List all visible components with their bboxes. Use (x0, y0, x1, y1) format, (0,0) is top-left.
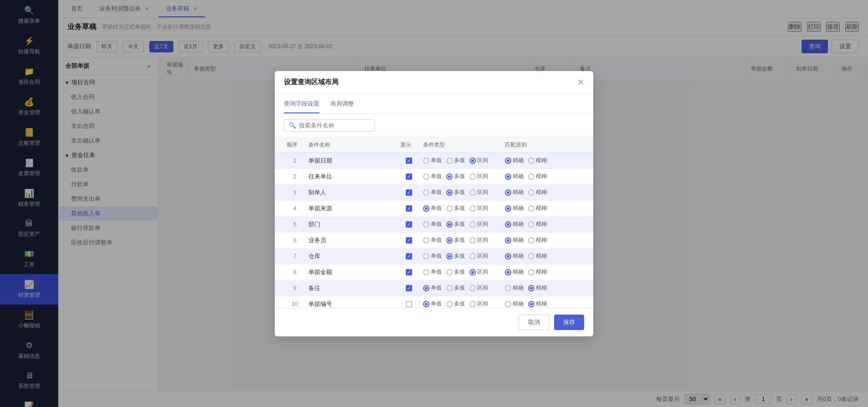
modal-close-button[interactable]: ✕ (577, 77, 584, 87)
row7-type-single[interactable]: 单值 (423, 252, 442, 260)
row1-match-exact[interactable]: 精确 (505, 157, 524, 164)
row9-match-exact[interactable]: 精确 (505, 284, 524, 292)
row8-match-exact[interactable]: 精确 (505, 268, 524, 276)
row5-type-range[interactable]: 区间 (469, 220, 488, 228)
row9-type-range[interactable]: 区间 (469, 284, 488, 292)
row2-type-single[interactable]: 单值 (423, 173, 442, 180)
row8-match-fuzzy[interactable]: 模糊 (528, 268, 547, 276)
row2-type-range[interactable]: 区间 (469, 173, 488, 180)
row4-type-range[interactable]: 区间 (469, 204, 488, 212)
row2-checkbox[interactable]: ✓ (406, 173, 412, 180)
table-row: 2 往来单位 ✓ 单值 多值 区间 (275, 169, 593, 185)
modal-tab-layout-label: 布局调整 (330, 100, 354, 107)
row10-type-single[interactable]: 单值 (423, 300, 442, 308)
row3-type-multiple[interactable]: 多值 (446, 188, 465, 196)
row5-match-exact[interactable]: 精确 (505, 220, 524, 228)
row1-type-multiple[interactable]: 多值 (446, 157, 465, 164)
row5-show[interactable]: ✓ (398, 218, 420, 231)
mth-match: 匹配原则 (502, 137, 584, 153)
row6-match-exact[interactable]: 精确 (505, 236, 524, 244)
modal-tab-layout[interactable]: 布局调整 (330, 100, 354, 113)
table-row: 4 单据来源 ✓ 单值 多值 区间 (275, 201, 593, 217)
row7-type-range[interactable]: 区间 (469, 252, 488, 260)
row8-type: 单值 多值 区间 (420, 265, 502, 280)
row2-type-multiple[interactable]: 多值 (446, 173, 465, 180)
row1-match-fuzzy[interactable]: 模糊 (528, 157, 547, 164)
row3-match-fuzzy[interactable]: 模糊 (528, 188, 547, 196)
modal-tab-field-settings[interactable]: 查询字段设置 (284, 100, 319, 113)
row7-seq: 7 (284, 249, 306, 263)
row6-type-range[interactable]: 区间 (469, 236, 488, 244)
row7-checkbox[interactable]: ✓ (406, 253, 412, 259)
row7-match-fuzzy[interactable]: 模糊 (528, 252, 547, 260)
row10-match: 精确 模糊 (502, 296, 584, 308)
row5-type-single[interactable]: 单值 (423, 220, 442, 228)
row10-match-exact[interactable]: 精确 (505, 300, 524, 308)
row8-checkbox[interactable]: ✓ (406, 269, 412, 275)
row6-type-multiple[interactable]: 多值 (446, 236, 465, 244)
row6-type-single[interactable]: 单值 (423, 236, 442, 244)
row4-match-fuzzy[interactable]: 模糊 (528, 204, 547, 212)
row5-checkbox[interactable]: ✓ (406, 221, 412, 228)
condition-search-input[interactable] (299, 122, 370, 129)
row9-show[interactable]: ✓ (398, 281, 420, 295)
row1-type-range[interactable]: 区间 (469, 157, 488, 164)
row9-checkbox[interactable]: ✓ (406, 285, 412, 291)
row5-type-multiple[interactable]: 多值 (446, 220, 465, 228)
row4-seq: 4 (284, 201, 306, 215)
row10-type: 单值 多值 区间 (420, 296, 502, 308)
row3-type-single[interactable]: 单值 (423, 188, 442, 196)
row4-type-multiple[interactable]: 多值 (446, 204, 465, 212)
table-row: 10 单据编号 单值 多值 区间 (275, 296, 593, 308)
row4-match-exact[interactable]: 精确 (505, 204, 524, 212)
row9-match: 精确 模糊 (502, 280, 584, 295)
modal-tabs: 查询字段设置 布局调整 (275, 94, 593, 114)
row4-type-single[interactable]: 单值 (423, 204, 442, 212)
row3-checkbox[interactable]: ✓ (406, 189, 412, 196)
row5-match-fuzzy[interactable]: 模糊 (528, 220, 547, 228)
modal-table-header: 顺序 条件名称 显示 条件类型 匹配原则 (275, 137, 593, 153)
row2-type: 单值 多值 区间 (420, 169, 502, 184)
row4-show[interactable]: ✓ (398, 202, 420, 215)
row7-match-exact[interactable]: 精确 (505, 252, 524, 260)
row6-show[interactable]: ✓ (398, 234, 420, 247)
row6-type: 单值 多值 区间 (420, 233, 502, 248)
row7-type-multiple[interactable]: 多值 (446, 252, 465, 260)
row10-show[interactable] (398, 297, 420, 308)
row3-name: 制单人 (306, 185, 398, 200)
row8-name: 单据金额 (306, 265, 398, 280)
row8-type-range[interactable]: 区间 (469, 268, 488, 276)
row3-type-range[interactable]: 区间 (469, 188, 488, 196)
row1-show[interactable]: ✓ (398, 154, 420, 168)
modal-overlay: 设置查询区域布局 ✕ 查询字段设置 布局调整 🔍 顺序 条件名称 显示 条件类型 (0, 0, 868, 407)
cancel-button[interactable]: 取消 (519, 315, 550, 330)
row10-type-multiple[interactable]: 多值 (446, 300, 465, 308)
row10-type-range[interactable]: 区间 (469, 300, 488, 308)
table-row: 3 制单人 ✓ 单值 多值 区间 (275, 185, 593, 201)
search-box: 🔍 (284, 119, 375, 132)
row9-type-single[interactable]: 单值 (423, 284, 442, 292)
row6-match-fuzzy[interactable]: 模糊 (528, 236, 547, 244)
row2-show[interactable]: ✓ (398, 170, 420, 183)
row7-match: 精确 模糊 (502, 249, 584, 264)
row3-show[interactable]: ✓ (398, 186, 420, 199)
row9-type-multiple[interactable]: 多值 (446, 284, 465, 292)
row7-show[interactable]: ✓ (398, 249, 420, 263)
row1-checkbox[interactable]: ✓ (406, 158, 412, 164)
row2-match-exact[interactable]: 精确 (505, 173, 524, 180)
row8-show[interactable]: ✓ (398, 265, 420, 279)
row10-match-fuzzy[interactable]: 模糊 (528, 300, 547, 308)
row4-checkbox[interactable]: ✓ (406, 205, 412, 212)
row6-checkbox[interactable]: ✓ (406, 237, 412, 244)
row1-type-single[interactable]: 单值 (423, 157, 442, 164)
row2-match-fuzzy[interactable]: 模糊 (528, 173, 547, 180)
search-icon: 🔍 (289, 122, 296, 129)
row8-type-single[interactable]: 单值 (423, 268, 442, 276)
row9-match-fuzzy[interactable]: 模糊 (528, 284, 547, 292)
row7-type: 单值 多值 区间 (420, 249, 502, 264)
row8-type-multiple[interactable]: 多值 (446, 268, 465, 276)
row10-checkbox[interactable] (406, 301, 412, 307)
table-row: 8 单据金额 ✓ 单值 多值 区间 (275, 265, 593, 280)
save-confirm-button[interactable]: 保存 (554, 315, 584, 330)
row3-match-exact[interactable]: 精确 (505, 188, 524, 196)
